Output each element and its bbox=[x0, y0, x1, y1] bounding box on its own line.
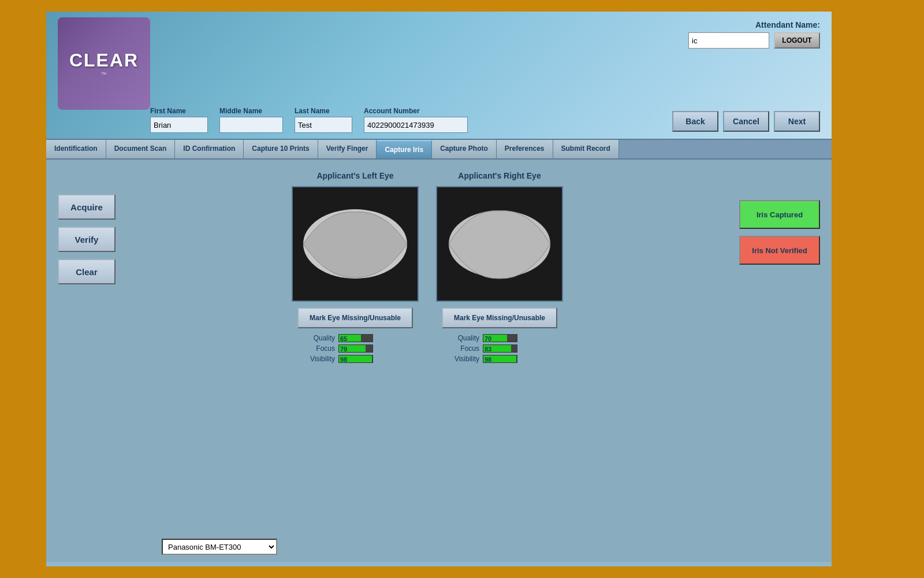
right-visibility-value: 98 bbox=[485, 355, 491, 364]
left-eye-panel: Applicant's Left Eye bbox=[292, 171, 419, 550]
tab-identification[interactable]: Identification bbox=[46, 140, 106, 158]
middle-name-group: Middle Name bbox=[219, 107, 283, 133]
attendant-label: Attendant Name: bbox=[755, 20, 820, 29]
last-name-label: Last Name bbox=[295, 107, 352, 115]
left-eye-image bbox=[292, 186, 419, 302]
tab-submit-record[interactable]: Submit Record bbox=[553, 140, 619, 158]
left-quality-value: 65 bbox=[340, 335, 347, 343]
tab-capture-10-prints[interactable]: Capture 10 Prints bbox=[244, 140, 318, 158]
main-content: Acquire Verify Clear Applicant's Left Ey… bbox=[46, 160, 832, 562]
iris-not-verified-badge: Iris Not Verified bbox=[739, 236, 820, 265]
left-quality-label: Quality bbox=[297, 334, 335, 342]
cancel-button[interactable]: Cancel bbox=[723, 111, 769, 132]
tabs-row: Identification Document Scan ID Confirma… bbox=[46, 139, 832, 160]
last-name-group: Last Name bbox=[295, 107, 352, 133]
right-visibility-label: Visibility bbox=[442, 355, 479, 363]
left-focus-metric: Focus 79 bbox=[297, 344, 413, 353]
logo-trademark: ™ bbox=[69, 71, 139, 77]
right-eye-metrics: Quality 70 Focus 83 Vi bbox=[442, 334, 557, 363]
right-focus-value: 83 bbox=[485, 345, 491, 353]
header: CLEAR ™ Attendant Name: LOGOUT First Nam… bbox=[46, 12, 832, 139]
iris-captured-text: Iris Captured bbox=[757, 210, 803, 219]
left-quality-metric: Quality 65 bbox=[297, 334, 413, 342]
account-number-label: Account Number bbox=[364, 107, 468, 115]
acquire-button[interactable]: Acquire bbox=[58, 194, 116, 220]
right-eye-image bbox=[436, 186, 563, 302]
attendant-input[interactable] bbox=[688, 32, 769, 49]
right-eye-panel: Applicant's Right Eye bbox=[436, 171, 563, 550]
left-eye-title: Applicant's Left Eye bbox=[316, 171, 393, 180]
logo-text: CLEAR bbox=[69, 50, 139, 71]
tab-id-confirmation[interactable]: ID Confirmation bbox=[175, 140, 244, 158]
attendant-area: Attendant Name: LOGOUT bbox=[688, 20, 820, 49]
nav-buttons: Back Cancel Next bbox=[672, 111, 820, 132]
left-panel: Acquire Verify Clear bbox=[58, 171, 116, 550]
last-name-input[interactable] bbox=[295, 117, 352, 133]
right-quality-label: Quality bbox=[442, 334, 479, 342]
right-focus-label: Focus bbox=[442, 344, 479, 353]
account-number-input[interactable] bbox=[364, 117, 468, 133]
clear-button[interactable]: Clear bbox=[58, 259, 116, 284]
back-button[interactable]: Back bbox=[672, 111, 718, 132]
left-quality-bar: 65 bbox=[338, 334, 373, 342]
right-quality-value: 70 bbox=[485, 335, 491, 343]
verify-button[interactable]: Verify bbox=[58, 227, 116, 252]
tab-capture-iris[interactable]: Capture Iris bbox=[377, 140, 432, 158]
right-panel: Iris Captured Iris Not Verified bbox=[739, 171, 820, 550]
first-name-input[interactable] bbox=[150, 117, 208, 133]
attendant-row: LOGOUT bbox=[688, 32, 820, 49]
right-visibility-metric: Visibility 98 bbox=[442, 355, 557, 363]
logout-button[interactable]: LOGOUT bbox=[774, 32, 820, 49]
right-eye-title: Applicant's Right Eye bbox=[458, 171, 541, 180]
right-quality-bar: 70 bbox=[483, 334, 517, 342]
tab-document-scan[interactable]: Document Scan bbox=[106, 140, 176, 158]
main-screen: CLEAR ™ Attendant Name: LOGOUT First Nam… bbox=[46, 12, 832, 566]
eyes-section: Applicant's Left Eye bbox=[127, 171, 728, 550]
left-focus-bar: 79 bbox=[338, 344, 373, 353]
left-eye-metrics: Quality 65 Focus 79 Vi bbox=[297, 334, 413, 363]
left-visibility-value: 98 bbox=[340, 355, 347, 364]
middle-name-label: Middle Name bbox=[219, 107, 283, 115]
right-focus-bar: 83 bbox=[483, 344, 517, 353]
iris-not-verified-text: Iris Not Verified bbox=[752, 246, 807, 255]
tab-preferences[interactable]: Preferences bbox=[497, 140, 553, 158]
tab-capture-photo[interactable]: Capture Photo bbox=[432, 140, 497, 158]
bottom-row: Panasonic BM-ET300 bbox=[162, 539, 277, 555]
iris-captured-badge: Iris Captured bbox=[739, 200, 820, 229]
middle-name-input[interactable] bbox=[219, 117, 283, 133]
left-mark-eye-button[interactable]: Mark Eye Missing/Unusable bbox=[297, 307, 413, 328]
left-focus-value: 79 bbox=[340, 345, 347, 353]
camera-dropdown[interactable]: Panasonic BM-ET300 bbox=[162, 539, 277, 555]
next-button[interactable]: Next bbox=[774, 111, 820, 132]
left-focus-label: Focus bbox=[297, 344, 335, 353]
left-visibility-metric: Visibility 98 bbox=[297, 355, 413, 363]
right-focus-metric: Focus 83 bbox=[442, 344, 557, 353]
logo-box: CLEAR ™ bbox=[58, 17, 150, 110]
right-visibility-bar: 98 bbox=[483, 355, 517, 363]
left-eye-svg bbox=[297, 192, 413, 296]
right-eye-svg bbox=[442, 192, 557, 296]
first-name-label: First Name bbox=[150, 107, 208, 115]
account-number-group: Account Number bbox=[364, 107, 468, 133]
first-name-group: First Name bbox=[150, 107, 208, 133]
form-row: First Name Middle Name Last Name Account… bbox=[150, 107, 820, 133]
left-visibility-bar: 98 bbox=[338, 355, 373, 363]
right-quality-metric: Quality 70 bbox=[442, 334, 557, 342]
right-mark-eye-button[interactable]: Mark Eye Missing/Unusable bbox=[442, 307, 557, 328]
left-visibility-label: Visibility bbox=[297, 355, 335, 363]
tab-verify-finger[interactable]: Verify Finger bbox=[318, 140, 377, 158]
